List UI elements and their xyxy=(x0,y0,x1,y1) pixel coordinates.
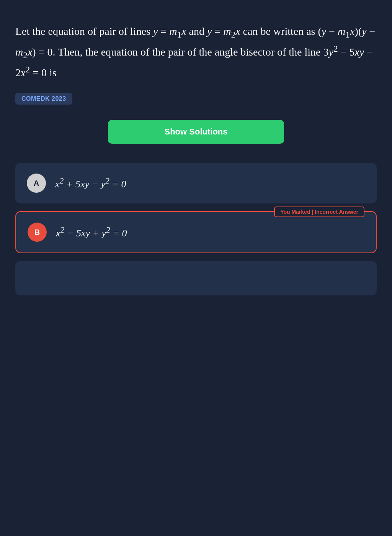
exam-tag-badge: COMEDK 2023 xyxy=(15,93,72,105)
option-b-math: x2 − 5xy + y2 = 0 xyxy=(56,225,127,239)
option-a-label: A xyxy=(27,174,46,193)
option-c-card[interactable] xyxy=(15,261,377,295)
question-text: Let the equation of pair of lines y = m1… xyxy=(15,23,377,82)
option-a-card[interactable]: A x2 + 5xy − y2 = 0 xyxy=(15,163,377,203)
question-container: Let the equation of pair of lines y = m1… xyxy=(11,15,381,311)
incorrect-answer-badge: You Marked | Incorrect Answer xyxy=(274,207,364,217)
show-solutions-button[interactable]: Show Solutions xyxy=(108,120,284,144)
option-a-math: x2 + 5xy − y2 = 0 xyxy=(55,176,126,190)
option-b-card[interactable]: You Marked | Incorrect Answer B x2 − 5xy… xyxy=(15,211,377,253)
option-b-label: B xyxy=(28,223,47,242)
